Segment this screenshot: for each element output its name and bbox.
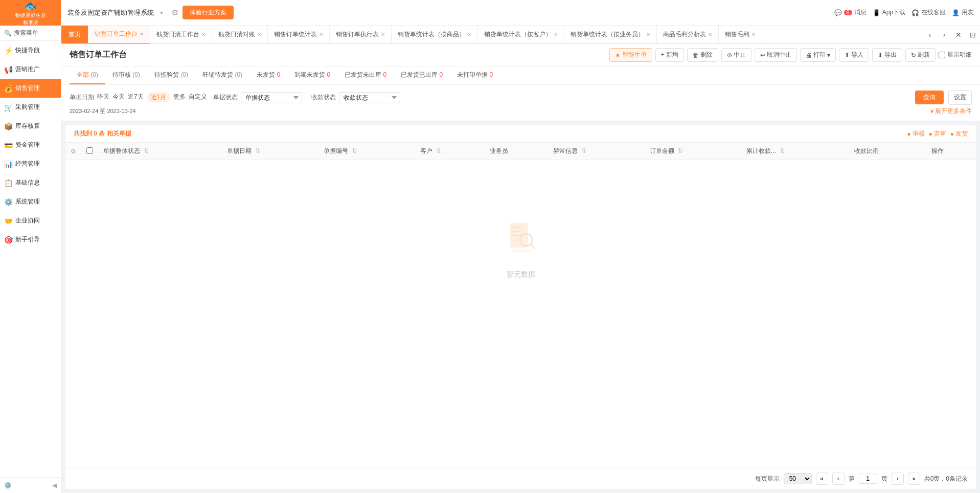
topbar-settings-icon[interactable]: ⚙ [171, 8, 178, 17]
tab-sales-stats-close[interactable]: ✕ [319, 32, 323, 37]
tab-cash-daily[interactable]: 钱货日清工作台 ✕ [150, 26, 212, 44]
status-select[interactable]: 单据状态 [241, 92, 302, 103]
sub-tab-not-printed-count: 0 [490, 71, 493, 78]
topbar-dropdown-icon[interactable]: ▾ [160, 9, 163, 16]
tab-sales-workbench[interactable]: 销售订单工作台 ✕ [88, 26, 150, 44]
sub-tab-shipped-not-out[interactable]: 已发货未出库 0 [337, 66, 394, 84]
date-more[interactable]: 更多 [173, 93, 186, 102]
suspend-btn[interactable]: ⊘ 中止 [721, 48, 751, 62]
tab-sales-summary-staff-close[interactable]: ✕ [646, 32, 650, 37]
add-btn[interactable]: + 新增 [655, 48, 684, 62]
sub-tab-shipped-out[interactable]: 已发货已出库 0 [394, 66, 450, 84]
tabs-close-all-btn[interactable]: ✕ [951, 28, 966, 42]
table-scroll[interactable]: ⚙ 单据整体状态 ⇅ 单据日期 ⇅ [65, 143, 976, 468]
show-detail-checkbox[interactable] [939, 52, 945, 58]
user-btn[interactable]: 👤 用友 [952, 8, 974, 17]
tab-sales-summary-customer[interactable]: 销货单统计表（按客户） ✕ [478, 26, 564, 44]
sidebar-collapse-icon[interactable]: ◀ [52, 482, 57, 489]
sub-tab-all[interactable]: 全部 (0) [70, 66, 105, 84]
sub-tab-pending[interactable]: 待审核 (0) [105, 66, 147, 84]
tabs-next-btn[interactable]: › [937, 28, 951, 42]
tab-home[interactable]: 首页 [61, 26, 88, 44]
payment-select[interactable]: 收款状态 [339, 92, 400, 103]
tab-sales-profit[interactable]: 销售毛利 ✕ [719, 26, 762, 44]
sort-status-icon[interactable]: ⇅ [144, 147, 149, 154]
sort-exception-icon[interactable]: ⇅ [581, 147, 586, 154]
date-today[interactable]: 今天 [112, 93, 125, 102]
tab-cash-reconcile-close[interactable]: ✕ [257, 32, 261, 37]
sidebar-item-marketing[interactable]: 📢 营销推广 [0, 60, 61, 79]
industry-btn[interactable]: 体验行业方案 [183, 6, 234, 19]
col-customer: 客户 ⇅ [415, 143, 485, 160]
date-7days[interactable]: 近7天 [128, 93, 144, 102]
sidebar-item-operations[interactable]: 📊 经营管理 [0, 154, 61, 173]
expand-filter-btn[interactable]: ▾ 展开更多条件 [930, 107, 972, 116]
tab-cash-reconcile[interactable]: 钱货日清对账 ✕ [212, 26, 268, 44]
cancel-suspend-btn[interactable]: ↩ 取消中止 [755, 48, 797, 62]
col-customer-label: 客户 [420, 147, 432, 154]
tab-sales-summary-staff[interactable]: 销货单统计表（按业务员） ✕ [564, 26, 657, 44]
tabs-expand-btn[interactable]: ⊡ [966, 28, 980, 42]
tab-sales-exec[interactable]: 销售订单执行表 ✕ [330, 26, 392, 44]
tab-sales-exec-close[interactable]: ✕ [381, 32, 385, 37]
import-btn[interactable]: ⬆ 导入 [839, 48, 869, 62]
sidebar-settings-icon[interactable]: ⚙️ [4, 482, 12, 489]
sidebar-item-search[interactable]: 🔍 搜索菜单 [0, 26, 61, 41]
sub-tab-not-printed[interactable]: 未打印单据 0 [450, 66, 500, 84]
tab-product-margin[interactable]: 商品毛利分析表 ✕ [657, 26, 719, 44]
date-1month[interactable]: 近1月 [147, 93, 171, 102]
sub-tab-expired[interactable]: 到期未发货 0 [287, 66, 337, 84]
ship-btn[interactable]: ● 发货 [950, 129, 968, 138]
tab-sales-workbench-close[interactable]: ✕ [140, 31, 144, 37]
export-btn[interactable]: ⬇ 导出 [872, 48, 902, 62]
sidebar-item-sales[interactable]: 💰 销售管理 [0, 79, 61, 98]
page-input[interactable] [859, 474, 877, 484]
sub-tab-pending-inspect[interactable]: 待拣验货 (0) [147, 66, 195, 84]
page-last-btn[interactable]: » [908, 473, 920, 485]
page-next-btn[interactable]: › [892, 473, 904, 485]
filter-settings-btn[interactable]: 设置 [948, 90, 972, 105]
sidebar-item-finance[interactable]: 💳 资金管理 [0, 136, 61, 154]
sort-date-icon[interactable]: ⇅ [255, 147, 260, 154]
cancel-review-btn[interactable]: ● 弃审 [929, 129, 946, 138]
online-service-btn[interactable]: 🎧 在线客服 [911, 8, 946, 17]
tab-sales-profit-close[interactable]: ✕ [751, 32, 756, 37]
sidebar-item-quick-nav[interactable]: ⚡ 快捷导航 [0, 41, 61, 60]
review-btn[interactable]: ● 审核 [907, 129, 924, 138]
sidebar-item-purchase[interactable]: 🛒 采购管理 [0, 98, 61, 117]
tab-cash-daily-close[interactable]: ✕ [201, 32, 206, 37]
date-custom[interactable]: 自定义 [189, 93, 207, 102]
sub-tab-not-shipped[interactable]: 未发货 0 [249, 66, 287, 84]
sort-received-icon[interactable]: ⇅ [780, 147, 785, 154]
smart-create-btn[interactable]: ★ 智能生单 [609, 48, 652, 62]
sort-customer-icon[interactable]: ⇅ [436, 147, 441, 154]
page-first-btn[interactable]: « [816, 473, 828, 485]
tab-product-margin-close[interactable]: ✕ [708, 32, 712, 37]
tab-sales-summary-product[interactable]: 销货单统计表（按商品） ✕ [392, 26, 478, 44]
sidebar-item-basic-info[interactable]: 📋 基础信息 [0, 173, 61, 192]
col-settings-icon[interactable]: ⚙ [71, 148, 76, 155]
sub-tab-wangpu[interactable]: 旺铺待发货 (0) [195, 66, 249, 84]
tabs-prev-btn[interactable]: ‹ [923, 28, 937, 42]
print-btn[interactable]: 🖨 打印 ▾ [800, 48, 836, 62]
page-prev-btn[interactable]: ‹ [832, 473, 845, 485]
date-yesterday[interactable]: 昨天 [97, 93, 109, 102]
tab-sales-summary-product-close[interactable]: ✕ [467, 32, 471, 37]
sort-amount-icon[interactable]: ⇅ [678, 147, 683, 154]
tab-sales-summary-customer-close[interactable]: ✕ [554, 32, 558, 37]
refresh-btn[interactable]: ↻ 刷新 [905, 48, 936, 62]
sidebar-item-guide[interactable]: 🎯 新手引导 [0, 230, 61, 249]
sidebar-item-cooperation[interactable]: 🤝 企业协同 [0, 211, 61, 230]
message-btn[interactable]: 💬 6 消息 [834, 8, 867, 17]
sort-number-icon[interactable]: ⇅ [352, 147, 357, 154]
sidebar-item-inventory[interactable]: 📦 库存核算 [0, 117, 61, 136]
tab-sales-stats[interactable]: 销售订单统计表 ✕ [268, 26, 330, 44]
query-btn[interactable]: 查询 [915, 91, 944, 104]
delete-btn[interactable]: 🗑 删除 [687, 48, 718, 62]
sidebar-item-system[interactable]: ⚙️ 系统管理 [0, 192, 61, 211]
show-detail-checkbox-label[interactable]: 显示明细 [939, 51, 972, 59]
cancel-review-icon: ● [929, 130, 932, 138]
select-all-checkbox[interactable] [86, 147, 93, 154]
app-download-btn[interactable]: 📱 App下载 [873, 8, 905, 17]
per-page-select[interactable]: 50 20 100 [784, 473, 812, 484]
